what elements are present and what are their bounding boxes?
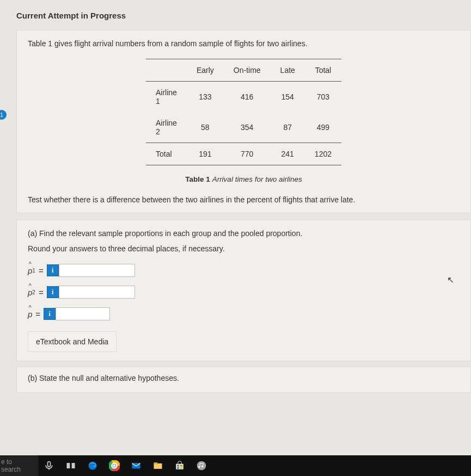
chrome-icon[interactable]	[103, 455, 125, 476]
col-blank	[146, 59, 187, 82]
col-ontime: On-time	[224, 59, 271, 82]
cell: 770	[224, 143, 271, 165]
caption-bold: Table 1	[185, 175, 210, 183]
svg-rect-14	[177, 465, 179, 466]
rounding-instruction: Round your answers to three decimal plac…	[28, 244, 460, 253]
info-icon[interactable]: i	[47, 286, 59, 298]
svg-point-9	[113, 465, 116, 467]
svg-rect-16	[177, 467, 179, 469]
svg-rect-0	[48, 462, 51, 467]
symbol-phat: ^p	[28, 310, 32, 319]
cursor-icon: ↖	[447, 275, 454, 285]
col-total: Total	[305, 59, 341, 82]
p2-input[interactable]	[59, 286, 135, 299]
row-label: Total	[146, 143, 187, 165]
problem-card: Table 1 gives flight arrival numbers fro…	[16, 30, 471, 213]
svg-point-18	[197, 461, 206, 471]
cell: 499	[305, 112, 341, 143]
cell: 133	[187, 82, 224, 113]
part-b-prompt: (b) State the null and alternative hypot…	[28, 374, 460, 382]
equals: =	[39, 288, 44, 297]
info-icon[interactable]: i	[47, 264, 59, 276]
itunes-icon[interactable]	[191, 455, 212, 476]
symbol-phat1: ^p	[28, 266, 32, 275]
answer-row-p2: ^p2 = i	[28, 286, 460, 299]
edge-icon[interactable]	[82, 455, 103, 476]
row-label: Airline 1	[146, 82, 187, 113]
cell: 154	[271, 82, 305, 113]
etextbook-link[interactable]: eTextbook and Media	[28, 331, 117, 352]
subscript: 2	[32, 289, 35, 295]
part-a-prompt: (a) Find the relevant sample proportions…	[28, 229, 460, 238]
svg-rect-10	[132, 463, 140, 468]
table-row: Airline 2 58 354 87 499	[146, 112, 341, 143]
equals: =	[39, 266, 44, 275]
svg-rect-1	[67, 463, 70, 468]
explorer-icon[interactable]	[147, 455, 169, 476]
symbol-phat2: ^p	[28, 288, 32, 297]
cell: 703	[305, 82, 341, 113]
test-instruction: Test whether there is a difference betwe…	[28, 195, 460, 204]
cell: 87	[271, 112, 305, 143]
answer-row-p: ^p = i	[28, 307, 460, 320]
cell: 1202	[305, 143, 341, 165]
part-b-card: (b) State the null and alternative hypot…	[16, 367, 471, 393]
page-title: Current Attempt in Progress	[16, 11, 471, 20]
cell: 58	[187, 112, 224, 143]
col-early: Early	[187, 59, 224, 82]
mic-icon[interactable]	[38, 455, 60, 476]
taskbar-search[interactable]: e to search	[0, 455, 38, 476]
intro-text: Table 1 gives flight arrival numbers fro…	[28, 39, 460, 48]
mail-icon[interactable]	[125, 455, 147, 476]
table-row-total: Total 191 770 241 1202	[146, 143, 341, 165]
p1-input[interactable]	[59, 264, 135, 277]
answer-row-p1: ^p1 = i	[28, 264, 460, 277]
svg-rect-2	[72, 463, 75, 468]
table-row: Airline 1 133 416 154 703	[146, 82, 341, 113]
svg-rect-17	[180, 467, 182, 469]
cell: 354	[224, 112, 271, 143]
cell: 416	[224, 82, 271, 113]
task-view-icon[interactable]	[60, 455, 82, 476]
svg-rect-15	[180, 465, 182, 466]
col-late: Late	[271, 59, 305, 82]
svg-rect-12	[154, 462, 158, 464]
cell: 241	[271, 143, 305, 165]
subscript: 1	[32, 268, 35, 274]
p-input[interactable]	[56, 307, 110, 320]
info-icon[interactable]: i	[44, 308, 56, 320]
data-table: Early On-time Late Total Airline 1 133 4…	[146, 59, 341, 165]
table-caption: Table 1 Arrival times for two airlines	[28, 175, 460, 183]
row-label: Airline 2	[146, 112, 187, 143]
store-icon[interactable]	[169, 455, 191, 476]
caption-italic: Arrival times for two airlines	[212, 175, 302, 183]
equals: =	[35, 310, 40, 319]
cell: 191	[187, 143, 224, 165]
taskbar: e to search	[0, 455, 471, 476]
part-a-card: (a) Find the relevant sample proportions…	[16, 220, 471, 361]
